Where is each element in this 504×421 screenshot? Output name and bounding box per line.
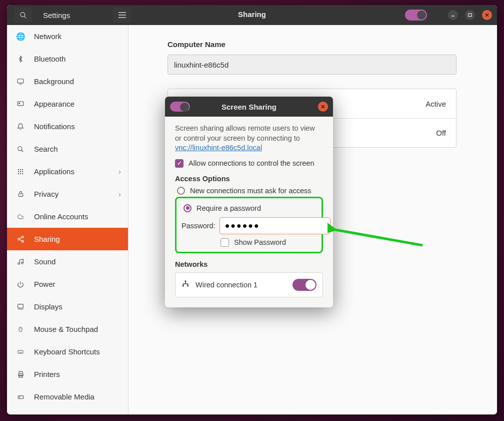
svg-point-27 <box>22 240 24 242</box>
password-input[interactable] <box>220 217 330 234</box>
svg-point-13 <box>18 146 22 150</box>
sidebar-item-label: Bluetooth <box>34 55 66 63</box>
sidebar-item-removable-media[interactable]: Removable Media <box>7 385 128 408</box>
app-title: Settings <box>43 11 70 20</box>
sidebar-item-label: Appearance <box>34 100 74 108</box>
network-name: Wired connection 1 <box>196 281 258 289</box>
close-button[interactable] <box>482 10 492 20</box>
keyboard-icon <box>16 349 25 355</box>
displays-icon <box>16 303 25 310</box>
minimize-button[interactable] <box>448 10 458 20</box>
page-title: Sharing <box>238 10 266 19</box>
sidebar-item-sound[interactable]: Sound <box>7 250 128 273</box>
dialog-title: Screen Sharing <box>222 103 276 111</box>
sidebar-item-label: Privacy <box>34 190 58 198</box>
search-button[interactable] <box>14 8 32 23</box>
computer-name-field[interactable]: linuxhint-e86c5d <box>168 55 456 75</box>
option-ask-access-label: New connections must ask for access <box>190 187 312 195</box>
sidebar-item-label: Removable Media <box>34 392 94 401</box>
svg-rect-49 <box>185 281 186 282</box>
sidebar-item-notifications[interactable]: Notifications <box>7 115 128 138</box>
svg-line-14 <box>22 150 24 152</box>
svg-point-12 <box>19 103 20 104</box>
sidebar-item-label: Mouse & Touchpad <box>34 325 98 333</box>
dialog-body: Screen sharing allows remote users to vi… <box>165 117 333 307</box>
bell-icon <box>16 123 25 131</box>
computer-name-label: Computer Name <box>168 40 458 49</box>
sidebar-item-appearance[interactable]: Appearance <box>7 93 128 115</box>
networks-heading: Networks <box>175 260 323 268</box>
sidebar-item-power[interactable]: Power <box>7 273 128 295</box>
sidebar-item-label: Applications <box>34 167 74 176</box>
sidebar-item-label: Displays <box>34 302 62 311</box>
screen-sharing-dialog: Screen Sharing Screen sharing allows rem… <box>165 97 333 307</box>
grid-icon <box>16 168 25 175</box>
option-require-password-label: Require a password <box>196 204 261 212</box>
annotation-highlight: Require a password Password: Show Passwo… <box>175 197 323 253</box>
maximize-button[interactable] <box>465 10 475 20</box>
remote-login-status: Off <box>436 129 446 137</box>
lock-icon <box>16 190 25 198</box>
appearance-icon <box>16 101 25 108</box>
power-icon <box>16 281 25 288</box>
sidebar-item-displays[interactable]: Displays <box>7 295 128 318</box>
sidebar-item-background[interactable]: Background <box>7 70 128 93</box>
option-require-password-radio[interactable] <box>184 204 192 212</box>
sidebar-item-search[interactable]: Search <box>7 138 128 160</box>
sidebar-item-label: Online Accounts <box>34 212 88 221</box>
svg-rect-9 <box>18 79 24 83</box>
svg-rect-50 <box>182 285 184 287</box>
option-require-password-row: Require a password <box>182 204 316 212</box>
computer-name-value: linuxhint-e86c5d <box>174 61 228 69</box>
svg-rect-37 <box>18 350 23 353</box>
option-ask-access-row: New connections must ask for access <box>175 187 323 195</box>
drive-icon <box>16 393 25 400</box>
share-icon <box>16 235 25 243</box>
svg-rect-33 <box>18 304 24 308</box>
sharing-master-toggle[interactable] <box>405 10 427 21</box>
password-label: Password: <box>182 222 216 230</box>
svg-point-19 <box>20 171 21 172</box>
show-password-row: Show Password <box>220 238 316 247</box>
dialog-close-button[interactable] <box>318 102 328 112</box>
hamburger-menu-button[interactable] <box>113 8 131 23</box>
sidebar-item-applications[interactable]: Applications› <box>7 160 128 183</box>
search-icon <box>16 146 25 153</box>
sidebar-item-bluetooth[interactable]: Bluetooth <box>7 48 128 70</box>
dialog-master-toggle[interactable] <box>170 102 190 112</box>
sidebar-item-privacy[interactable]: Privacy› <box>7 183 128 205</box>
sidebar-item-network[interactable]: 🌐Network <box>7 25 128 48</box>
sidebar-item-label: Network <box>34 32 62 41</box>
svg-point-25 <box>22 236 24 238</box>
cloud-icon <box>16 214 25 220</box>
show-password-checkbox[interactable] <box>220 238 229 247</box>
svg-point-15 <box>18 169 19 170</box>
sidebar-item-mouse[interactable]: Mouse & Touchpad <box>7 318 128 340</box>
network-card: Wired connection 1 <box>175 272 323 297</box>
dialog-titlebar: Screen Sharing <box>165 97 333 117</box>
dialog-description: Screen sharing allows remote users to vi… <box>175 124 323 153</box>
sidebar-item-sharing[interactable]: Sharing <box>7 228 128 250</box>
chevron-right-icon: › <box>118 167 121 176</box>
sidebar-item-keyboard[interactable]: Keyboard Shortcuts <box>7 340 128 363</box>
svg-point-17 <box>22 169 23 170</box>
sidebar-item-online-accounts[interactable]: Online Accounts <box>7 205 128 228</box>
sidebar-item-label: Notifications <box>34 122 75 131</box>
svg-point-22 <box>20 173 21 174</box>
mouse-icon <box>16 325 25 333</box>
chevron-right-icon: › <box>118 190 121 198</box>
sidebar-item-label: Sound <box>34 257 56 266</box>
dialog-description-text: Screen sharing allows remote users to vi… <box>175 124 315 142</box>
svg-rect-35 <box>19 327 22 331</box>
sidebar-item-label: Search <box>34 145 58 153</box>
svg-point-46 <box>19 397 20 397</box>
window-controls <box>448 10 492 20</box>
vnc-url-link[interactable]: vnc://linuxhint-e86c5d.local <box>175 144 262 152</box>
allow-control-checkbox[interactable]: ✓ <box>175 159 184 168</box>
svg-point-18 <box>18 171 19 172</box>
option-ask-access-radio[interactable] <box>177 187 185 195</box>
network-enable-toggle[interactable] <box>292 279 316 291</box>
bluetooth-icon <box>16 55 25 63</box>
access-options-heading: Access Options <box>175 175 323 183</box>
sidebar-item-printers[interactable]: Printers <box>7 363 128 385</box>
